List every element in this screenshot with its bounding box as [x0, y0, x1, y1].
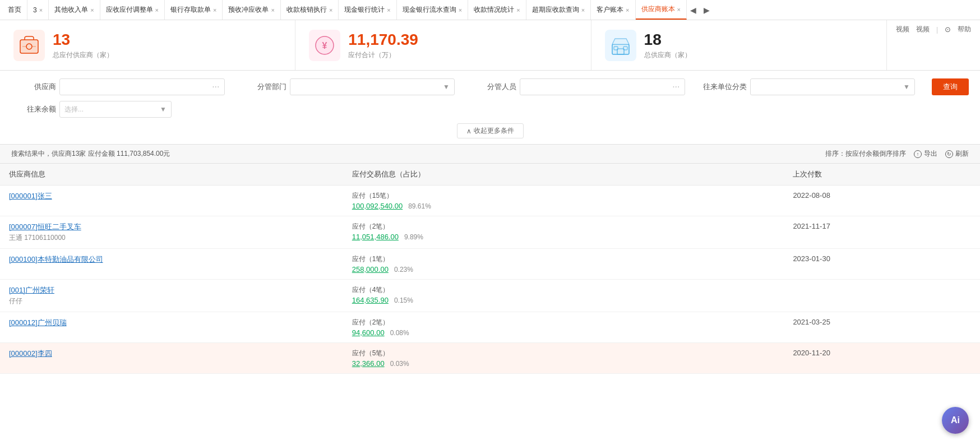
nav-tab-collect-stat[interactable]: 收款情况统计 ×: [468, 0, 526, 20]
close-tab-receipt-check[interactable]: ×: [329, 7, 332, 13]
help-text[interactable]: 帮助: [958, 25, 971, 34]
person-filter-input[interactable]: [525, 83, 672, 91]
nav-tab-3-label: 3: [33, 6, 37, 14]
close-tab-cash-bank-flow[interactable]: ×: [459, 7, 462, 13]
close-tab-prepay[interactable]: ×: [271, 7, 274, 13]
tx-amount-5[interactable]: 32,366.00: [352, 359, 385, 368]
close-tab-cash-bank-stat[interactable]: ×: [387, 7, 390, 13]
person-filter-label: 分管人员: [471, 82, 516, 92]
supplier-cell-1: [000007]恒旺二手叉车王通 17106110000: [0, 216, 343, 249]
table-row: [000002]李四应付（5笔）32,366.000.03%2020-11-20: [0, 343, 980, 374]
supplier-link-1[interactable]: [000007]恒旺二手叉车: [9, 222, 334, 232]
last-payment-cell-2: 2023-01-30: [784, 249, 980, 280]
refresh-label: 刷新: [955, 149, 969, 159]
supplier-cell-5: [000002]李四: [0, 343, 343, 374]
supplier-link-0[interactable]: [000001]张三: [9, 191, 334, 201]
nav-tab-receipt-check[interactable]: 收款核销执行 ×: [281, 0, 339, 20]
balance-filter-label: 往来余额: [11, 104, 56, 114]
tx-cell-1: 应付（2笔）11,051,486.009.89%: [343, 216, 784, 249]
filter-supplier: 供应商 ···: [11, 78, 225, 95]
sort-label[interactable]: 排序：按应付余额倒序排序: [825, 149, 906, 159]
nav-tab-cash-bank-flow[interactable]: 现金银行流水查询 ×: [397, 0, 468, 20]
nav-tab-bank-deposit[interactable]: 银行存取款单 ×: [165, 0, 223, 20]
nav-tab-other-income[interactable]: 其他收入单 ×: [49, 0, 100, 20]
collapse-button-label: 收起更多条件: [474, 126, 514, 136]
close-tab-other-income[interactable]: ×: [90, 7, 94, 13]
tx-label-5: 应付（5笔）: [352, 349, 775, 358]
tx-pct-4: 0.08%: [390, 329, 409, 337]
dept-filter-label: 分管部门: [242, 82, 286, 92]
close-tab-customer-account[interactable]: ×: [626, 7, 629, 13]
tx-label-3: 应付（4笔）: [352, 285, 775, 295]
person-filter-input-wrap[interactable]: ···: [520, 78, 685, 95]
refresh-icon: ↻: [945, 150, 953, 158]
tx-amount-1[interactable]: 11,051,486.00: [352, 233, 399, 241]
video-link[interactable]: 视频: [896, 25, 909, 34]
refresh-link[interactable]: ↻ 刷新: [945, 149, 969, 159]
tx-amount-4[interactable]: 94,600.00: [352, 328, 385, 337]
last-payment-cell-5: 2020-11-20: [784, 343, 980, 374]
nav-tab-ar-adjust[interactable]: 应收应付调整单 ×: [100, 0, 165, 20]
summary-card-suppliers: 13 总应付供应商（家）: [0, 20, 295, 70]
collapse-filter-button[interactable]: ∧ 收起更多条件: [457, 123, 524, 138]
nav-tab-ar-adjust-label: 应收应付调整单: [106, 5, 153, 15]
close-tab-overdue[interactable]: ×: [581, 7, 585, 13]
tx-amount-0[interactable]: 100,092,540.00: [352, 202, 403, 210]
nav-tab-collect-stat-label: 收款情况统计: [474, 5, 514, 15]
tx-pct-5: 0.03%: [390, 360, 409, 368]
nav-tab-overdue-label: 超期应收款查询: [532, 5, 579, 15]
tx-pct-0: 89.61%: [408, 202, 431, 210]
total-suppliers-label: 总供应商（家）: [644, 50, 691, 60]
unit-type-filter-select[interactable]: ▼: [750, 78, 916, 95]
supplier-link-3[interactable]: [001]广州荣轩: [9, 285, 334, 295]
nav-right-arrow[interactable]: ▶: [700, 0, 714, 20]
store-icon: [605, 30, 636, 61]
nav-tab-overdue[interactable]: 超期应收款查询 ×: [526, 0, 591, 20]
svg-rect-6: [612, 44, 629, 54]
nav-tab-customer-account-label: 客户账本: [597, 5, 623, 15]
nav-tab-customer-account[interactable]: 客户账本 ×: [591, 0, 635, 20]
table-row: [000100]本特勤油品有限公司应付（1笔）258,000.000.23%20…: [0, 249, 980, 280]
supplier-link-5[interactable]: [000002]李四: [9, 349, 334, 359]
nav-tab-cash-bank-stat[interactable]: 现金银行统计 ×: [339, 0, 396, 20]
table-body: [000001]张三应付（15笔）100,092,540.0089.61%202…: [0, 186, 980, 374]
close-tab-collect-stat[interactable]: ×: [516, 7, 520, 13]
tx-amount-3[interactable]: 164,635.90: [352, 296, 389, 304]
supplier-filter-input[interactable]: [64, 83, 212, 91]
export-link[interactable]: ↑ 导出: [914, 149, 937, 159]
nav-tab-3[interactable]: 3 ×: [27, 0, 49, 20]
supplier-sub-info-1: 王通 17106110000: [9, 234, 66, 242]
tx-pct-1: 9.89%: [404, 233, 423, 241]
nav-tab-home[interactable]: 首页: [2, 0, 27, 20]
nav-tab-supplier-account[interactable]: 供应商账本 ×: [636, 0, 687, 20]
nav-tab-bank-deposit-label: 银行存取款单: [170, 5, 211, 15]
query-button[interactable]: 查询: [932, 78, 969, 95]
nav-left-arrow[interactable]: ◀: [687, 0, 700, 20]
supplier-filter-dots-icon[interactable]: ···: [212, 82, 219, 92]
th-supplier-info: 供应商信息: [0, 164, 343, 186]
payable-icon: ¥: [309, 30, 340, 61]
ai-button[interactable]: Ai: [942, 407, 969, 434]
dept-filter-select[interactable]: ▼: [290, 78, 455, 95]
close-tab-ar-adjust[interactable]: ×: [155, 7, 159, 13]
result-summary-text: 搜索结果中，供应商13家 应付金额 111,703,854.00元: [11, 149, 170, 159]
close-tab-supplier-account[interactable]: ×: [677, 6, 681, 13]
nav-tab-prepay[interactable]: 预收冲应收单 ×: [223, 0, 280, 20]
balance-filter-select[interactable]: 选择... ▼: [59, 101, 172, 118]
result-bar: 搜索结果中，供应商13家 应付金额 111,703,854.00元 排序：按应付…: [0, 145, 980, 164]
help-icon: ⊙: [945, 25, 951, 34]
supplier-link-2[interactable]: [000100]本特勤油品有限公司: [9, 254, 334, 265]
ai-button-label: Ai: [951, 415, 960, 425]
close-tab-3[interactable]: ×: [39, 7, 43, 13]
supplier-filter-input-wrap[interactable]: ···: [59, 78, 225, 95]
video-text[interactable]: 视频: [916, 25, 930, 34]
table-row: [000007]恒旺二手叉车王通 17106110000应付（2笔）11,051…: [0, 216, 980, 249]
supplier-cell-4: [000012]广州贝瑞: [0, 312, 343, 343]
person-filter-dots-icon[interactable]: ···: [672, 82, 679, 92]
tx-pct-2: 0.23%: [394, 266, 413, 274]
tx-amount-2[interactable]: 258,000.00: [352, 265, 389, 274]
supplier-link-4[interactable]: [000012]广州贝瑞: [9, 318, 334, 328]
supplier-data-table: 供应商信息 应付交易信息（占比） 上次付数 [000001]张三应付（15笔）1…: [0, 164, 980, 374]
close-tab-bank-deposit[interactable]: ×: [213, 7, 216, 13]
table-row: [000001]张三应付（15笔）100,092,540.0089.61%202…: [0, 186, 980, 216]
